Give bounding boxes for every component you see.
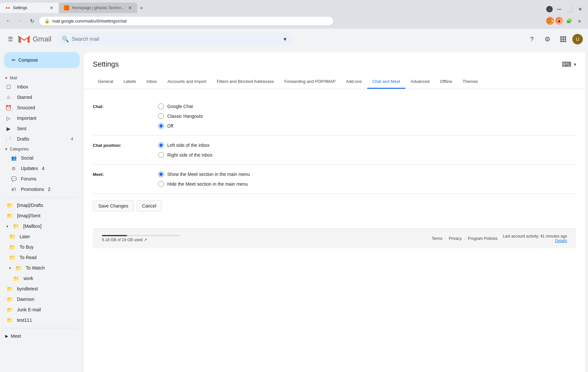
new-tab-button[interactable]: +: [137, 4, 146, 13]
sidebar-item-snoozed[interactable]: ⏰ Snoozed: [0, 102, 78, 113]
meet-radio-hide[interactable]: [158, 181, 164, 187]
search-bar[interactable]: 🔍 ▾: [57, 33, 292, 45]
tab-forwarding[interactable]: Forwarding and POP/IMAP: [279, 75, 341, 89]
chat-position-label-left: Left side of the inbox: [167, 143, 209, 148]
hamburger-menu-button[interactable]: ☰: [5, 33, 16, 45]
sidebar-item-later[interactable]: 📁 Later: [0, 231, 78, 242]
meet-option-show[interactable]: Show the Meet section in the main menu: [158, 171, 250, 177]
tab-close-settings[interactable]: ✕: [50, 5, 54, 10]
search-input[interactable]: [72, 36, 281, 42]
tab-offline[interactable]: Offline: [435, 75, 457, 89]
later-label: Later: [20, 234, 30, 239]
compose-button[interactable]: ✏ Compose: [4, 52, 80, 68]
sidebar-item-junk-email[interactable]: 📁 Junk E-mail: [0, 304, 78, 315]
forward-button[interactable]: →: [16, 16, 25, 25]
sidebar-item-to-watch[interactable]: ▾ 📁 To Watch: [0, 263, 78, 273]
sidebar-item-test111[interactable]: 📁 test111: [0, 315, 78, 325]
chat-position-left[interactable]: Left side of the inbox: [158, 142, 213, 148]
meet-radio-show[interactable]: [158, 171, 164, 177]
sidebar-item-inbox[interactable]: ☐ Inbox: [0, 82, 78, 92]
sidebar-item-important[interactable]: ▷ Important: [0, 113, 78, 123]
brave-rewards-icon[interactable]: ▲: [555, 17, 563, 25]
tab-labels[interactable]: Labels: [118, 75, 141, 89]
back-button[interactable]: ←: [4, 16, 13, 25]
minimize-button[interactable]: ─: [555, 5, 563, 13]
sidebar-item-imap-drafts[interactable]: 📁 [Imap]/Drafts: [0, 200, 78, 210]
chat-position-right[interactable]: Right side of the inbox: [158, 152, 213, 158]
privacy-link[interactable]: Privacy: [449, 236, 462, 241]
sidebar-item-updates[interactable]: ⊙ Updates 4: [0, 163, 78, 174]
avatar[interactable]: U: [572, 34, 583, 44]
tab-inbox[interactable]: Inbox: [141, 75, 162, 89]
cancel-button[interactable]: Cancel: [137, 200, 162, 211]
details-link[interactable]: Details: [503, 239, 567, 243]
browser-menu-icon[interactable]: ≡: [575, 16, 584, 25]
important-icon: ▷: [5, 115, 12, 121]
chat-option-classic-hangouts[interactable]: Classic Hangouts: [158, 113, 203, 119]
sidebar-item-drafts[interactable]: 📄 Drafts 4: [0, 134, 78, 144]
categories-section-header[interactable]: ▾ Categories: [0, 144, 84, 153]
extensions-icon[interactable]: 🧩: [564, 16, 574, 25]
chat-radio-off[interactable]: [158, 123, 164, 129]
sidebar: ✏ Compose ▾ Mail ☐ Inbox ☆ Starred ⏰ Sno…: [0, 50, 84, 372]
sidebar-item-forums[interactable]: 💬 Forums: [0, 174, 78, 184]
to-read-label: To Read: [20, 255, 37, 260]
settings-tabs: General Labels Inbox Accounts and Import…: [93, 75, 576, 89]
sidebar-item-work[interactable]: 📁 work: [0, 273, 78, 284]
chat-radio-google-chat[interactable]: [158, 103, 164, 109]
close-window-button[interactable]: ✕: [576, 5, 584, 13]
chat-radio-classic-hangouts[interactable]: [158, 113, 164, 119]
chat-position-radio-left[interactable]: [158, 142, 164, 148]
save-changes-button[interactable]: Save Changes: [93, 200, 134, 211]
to-buy-label: To Buy: [20, 244, 34, 250]
sidebar-item-to-buy[interactable]: 📁 To Buy: [0, 242, 78, 252]
reload-button[interactable]: ↻: [27, 16, 37, 25]
chat-option-google-chat[interactable]: Google Chat: [158, 103, 203, 109]
tab-accounts[interactable]: Accounts and Import: [162, 75, 211, 89]
svg-rect-9: [564, 39, 566, 40]
brave-shields-icon[interactable]: 🦁1: [546, 17, 554, 25]
search-dropdown-icon[interactable]: ▾: [284, 36, 286, 43]
inbox-label: Inbox: [17, 84, 68, 89]
keyboard-dropdown-icon[interactable]: ▾: [574, 62, 576, 67]
sidebar-item-meet[interactable]: ▶ Meet: [0, 331, 84, 341]
storage-info: 6.18 GB of 19 GB used ↗: [102, 235, 180, 242]
mail-section-header[interactable]: ▾ Mail: [0, 73, 84, 82]
help-button[interactable]: ?: [525, 33, 538, 46]
chat-section: Chat: Google Chat Classic Hangouts Of: [93, 97, 576, 136]
tab-themes[interactable]: Themes: [457, 75, 483, 89]
sidebar-item-mailbox[interactable]: ▾ 📁 [Mailbox]: [0, 221, 78, 231]
sidebar-item-byndletest[interactable]: 📁 byndletest: [0, 284, 78, 294]
important-label: Important: [17, 116, 73, 121]
forums-icon: 💬: [10, 176, 17, 181]
tab-general[interactable]: General: [93, 75, 118, 89]
sidebar-item-promotions[interactable]: 🏷 Promotions 2: [0, 184, 78, 194]
tab-advanced[interactable]: Advanced: [405, 75, 435, 89]
sidebar-item-imap-sent[interactable]: 📁 [Imap]/Sent: [0, 210, 78, 221]
external-link-icon[interactable]: ↗: [144, 238, 147, 242]
sidebar-item-daemon[interactable]: 📁 Daemon: [0, 294, 78, 304]
tab-addons[interactable]: Add-ons: [341, 75, 367, 89]
sidebar-item-starred[interactable]: ☆ Starred: [0, 92, 78, 102]
tab-settings[interactable]: Settings ✕: [0, 3, 59, 13]
sidebar-item-to-read[interactable]: 📁 To Read: [0, 252, 78, 263]
svg-rect-12: [564, 40, 566, 42]
tab-filters[interactable]: Filters and Blocked Addresses: [212, 75, 279, 89]
apps-button[interactable]: [557, 33, 570, 46]
address-bar[interactable]: 🔒 mail.google.com/mail/u/0/#settings/cha…: [39, 17, 333, 25]
tab-chat[interactable]: Chat and Meet: [367, 75, 405, 89]
chat-option-off[interactable]: Off: [158, 123, 203, 129]
tab-ghacks[interactable]: Homepage | gHacks Technology News ✕: [59, 3, 137, 13]
sidebar-item-social[interactable]: 👥 Social: [0, 153, 78, 163]
tab-close-ghacks[interactable]: ✕: [128, 5, 132, 10]
settings-button[interactable]: ⚙: [541, 33, 554, 46]
sidebar-item-sent[interactable]: ▶ Sent: [0, 123, 78, 134]
gmail-logo-text: Gmail: [33, 35, 51, 43]
meet-option-hide[interactable]: Hide the Meet section in the main menu: [158, 181, 250, 187]
mail-section-label: Mail: [10, 76, 17, 80]
terms-link[interactable]: Terms: [432, 236, 443, 241]
maximize-button[interactable]: ⬜: [566, 5, 574, 13]
chat-position-radio-right[interactable]: [158, 152, 164, 158]
program-policies-link[interactable]: Program Policies: [468, 236, 498, 241]
svg-rect-4: [560, 36, 562, 38]
